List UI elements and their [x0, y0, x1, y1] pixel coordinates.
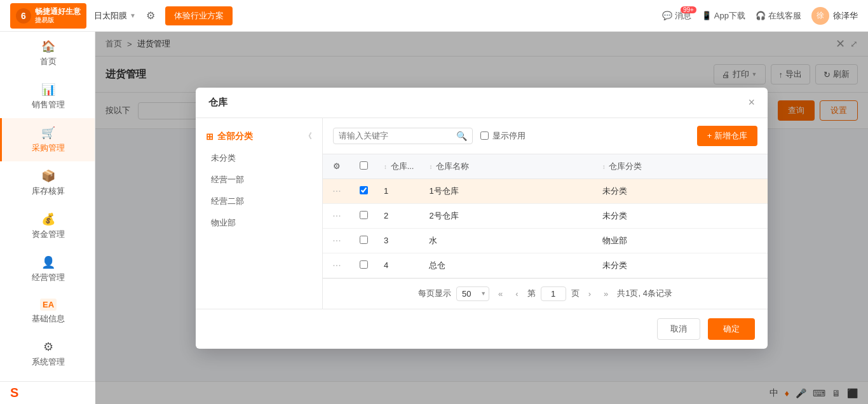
search-input[interactable] [339, 131, 456, 140]
last-page-btn[interactable]: » [600, 288, 612, 300]
sidebar-item-system[interactable]: ⚙ 系统管理 [0, 332, 95, 375]
show-disabled-checkbox-wrap[interactable]: 显示停用 [480, 130, 526, 142]
topbar: 6 畅捷通好生意 捷易版 日太阳膜 ▼ ⚙ 体验行业方案 💬 消息 99+ 📱 … [0, 0, 868, 32]
confirm-btn[interactable]: 确定 [708, 318, 755, 340]
show-disabled-checkbox[interactable] [480, 131, 489, 140]
row-checkbox[interactable] [360, 211, 368, 219]
select-all-checkbox[interactable] [360, 161, 368, 170]
prev-page-btn[interactable]: ‹ [512, 288, 522, 300]
modal-body: ⊞ 全部分类 《 未分类 经营一部 经营二部 物业部 🔍 [196, 118, 768, 309]
sales-icon: 📊 [41, 83, 55, 97]
sidebar-item-purchase[interactable]: 🛒 采购管理 [0, 118, 95, 161]
chevron-down-icon: ▼ [130, 12, 136, 19]
row-check-cell [351, 253, 376, 278]
table-row[interactable]: ··· 3 水 物业部 [323, 228, 768, 253]
pagination-total: 共1页, 4条记录 [617, 288, 672, 299]
modal-close-btn[interactable]: × [748, 97, 755, 108]
topbar-right: 💬 消息 99+ 📱 App下载 🎧 在线客服 徐 徐泽华 [662, 7, 858, 25]
category-list: 未分类 经营一部 经营二部 物业部 [196, 147, 322, 234]
row-check-cell [351, 203, 376, 228]
gear-icon[interactable]: ⚙ [333, 161, 341, 171]
category-item-ops2[interactable]: 经营二部 [196, 191, 322, 212]
category-item-ops1[interactable]: 经营一部 [196, 169, 322, 191]
warehouse-table-body: ··· 1 1号仓库 未分类 ··· 2 2号仓库 未分类 ··· [323, 178, 768, 278]
row-seq-cell: 3 [376, 228, 421, 253]
per-page-wrap: 50 10 20 100 [456, 286, 489, 301]
row-actions-icon[interactable]: ··· [332, 210, 341, 221]
sidebar-item-finance[interactable]: 💰 资金管理 [0, 205, 95, 248]
row-actions-icon[interactable]: ··· [332, 185, 341, 196]
row-actions-cell: ··· [323, 253, 351, 278]
sidebar-item-sales[interactable]: 📊 销售管理 [0, 75, 95, 118]
sort-icon: ↕ [384, 163, 387, 170]
grid-icon: ⊞ [206, 131, 214, 142]
row-actions-cell: ··· [323, 203, 351, 228]
col-header-type: ↕ 仓库分类 [595, 154, 768, 179]
col-header-check [351, 154, 376, 179]
taskbar-left: S [10, 386, 18, 400]
ops-icon: 👤 [41, 255, 55, 269]
row-name-cell: 总仓 [421, 253, 594, 278]
row-type-cell: 未分类 [595, 253, 768, 278]
category-panel: ⊞ 全部分类 《 未分类 经营一部 经营二部 物业部 [196, 118, 323, 309]
row-seq-cell: 1 [376, 178, 421, 203]
row-actions-icon[interactable]: ··· [332, 260, 341, 271]
store-selector[interactable]: 日太阳膜 ▼ [94, 10, 136, 22]
message-btn[interactable]: 💬 消息 99+ [662, 10, 691, 22]
category-header[interactable]: ⊞ 全部分类 《 [196, 126, 322, 147]
warehouse-modal: 仓库 × ⊞ 全部分类 《 未分类 经营一部 经营二部 物业部 [196, 88, 768, 349]
per-page-select[interactable]: 50 10 20 100 [456, 286, 489, 301]
modal-footer: 取消 确定 [196, 309, 768, 349]
row-check-cell [351, 178, 376, 203]
customer-service-btn[interactable]: 🎧 在线客服 [756, 10, 801, 22]
trial-btn[interactable]: 体验行业方案 [165, 6, 233, 25]
row-name-cell: 水 [421, 228, 594, 253]
settings-icon[interactable]: ⚙ [144, 7, 158, 24]
headset-icon: 🎧 [756, 11, 766, 20]
row-type-cell: 未分类 [595, 203, 768, 228]
row-actions-icon[interactable]: ··· [332, 235, 341, 246]
row-check-cell [351, 228, 376, 253]
next-page-btn[interactable]: › [585, 288, 595, 300]
app-download-btn[interactable]: 📱 App下载 [702, 10, 745, 22]
row-checkbox[interactable] [360, 236, 368, 244]
row-name-cell: 1号仓库 [421, 178, 594, 203]
category-item-property[interactable]: 物业部 [196, 212, 322, 234]
sort-icon-name: ↕ [429, 163, 432, 170]
sidebar-item-home[interactable]: 🏠 首页 [0, 32, 95, 75]
table-row[interactable]: ··· 4 总仓 未分类 [323, 253, 768, 278]
row-actions-cell: ··· [323, 178, 351, 203]
avatar: 徐 [811, 7, 829, 25]
table-toolbar: 🔍 显示停用 + 新增仓库 [323, 118, 768, 154]
collapse-category-btn[interactable]: 《 [304, 131, 312, 142]
pagination: 每页显示 50 10 20 100 « ‹ 第 页 › [323, 278, 768, 309]
logo-icon: 6 [16, 8, 31, 24]
modal-header: 仓库 × [196, 88, 768, 118]
row-seq-cell: 2 [376, 203, 421, 228]
table-row[interactable]: ··· 2 2号仓库 未分类 [323, 203, 768, 228]
sidebar-item-inventory[interactable]: 📦 库存核算 [0, 161, 95, 205]
inventory-icon: 📦 [41, 169, 55, 183]
sidebar-item-basic-info[interactable]: EA 基础信息 [0, 291, 95, 332]
category-item-unclassified[interactable]: 未分类 [196, 147, 322, 169]
add-warehouse-btn[interactable]: + 新增仓库 [697, 126, 757, 146]
message-icon: 💬 [662, 11, 672, 20]
warehouse-table: ⚙ ↕ 仓库... ↕ [323, 154, 768, 278]
home-icon: 🏠 [41, 39, 55, 53]
row-name-cell: 2号仓库 [421, 203, 594, 228]
page-suffix: 页 [571, 288, 580, 299]
page-label: 第 [527, 288, 536, 299]
table-row[interactable]: ··· 1 1号仓库 未分类 [323, 178, 768, 203]
sidebar: 🏠 首页 📊 销售管理 🛒 采购管理 📦 库存核算 💰 资金管理 👤 经营管理 … [0, 32, 95, 404]
first-page-btn[interactable]: « [494, 288, 506, 300]
page-input[interactable] [541, 286, 566, 301]
search-wrap: 🔍 [333, 128, 473, 144]
search-icon[interactable]: 🔍 [456, 131, 467, 141]
sidebar-item-ops[interactable]: 👤 经营管理 [0, 248, 95, 291]
row-checkbox[interactable] [360, 260, 368, 269]
user-menu[interactable]: 徐 徐泽华 [811, 7, 858, 25]
taskbar-logo: S [10, 386, 18, 400]
row-checkbox[interactable] [360, 186, 368, 194]
sort-icon-type: ↕ [602, 163, 606, 170]
cancel-btn[interactable]: 取消 [657, 318, 700, 340]
